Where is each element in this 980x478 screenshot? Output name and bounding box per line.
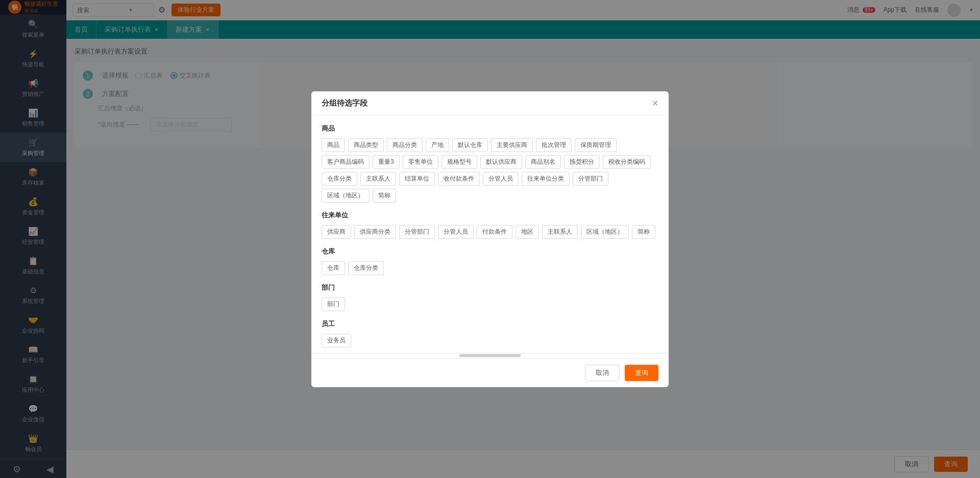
staff-tags: 业务员 bbox=[322, 334, 658, 347]
field-select-modal: 分组待选字段 ✕ 商品 商品 商品类型 商品分类 产地 默认仓库 主要供应商 批… bbox=[311, 91, 669, 387]
tag-main-contact[interactable]: 主联系人 bbox=[360, 172, 396, 186]
tag-product-category[interactable]: 商品分类 bbox=[387, 138, 423, 152]
confirm-button[interactable]: 查询 bbox=[625, 365, 658, 381]
tag-pick-points[interactable]: 拣货积分 bbox=[564, 155, 600, 169]
tag-shelf-life[interactable]: 保质期管理 bbox=[575, 138, 617, 152]
dept-tags: 部门 bbox=[322, 297, 658, 311]
tag-person-partner[interactable]: 分管人员 bbox=[438, 225, 474, 239]
partner-tags: 供应商 供应商分类 分管部门 分管人员 付款条件 地区 主联系人 区域（地区） … bbox=[322, 225, 658, 239]
tag-dept-mgmt[interactable]: 分管部门 bbox=[573, 172, 608, 186]
tag-main-supplier[interactable]: 主要供应商 bbox=[491, 138, 533, 152]
tag-supplier-category[interactable]: 供应商分类 bbox=[354, 225, 396, 239]
section-title-staff: 员工 bbox=[322, 319, 658, 329]
tag-warehouse[interactable]: 仓库 bbox=[322, 261, 345, 275]
tag-payment-terms[interactable]: 收付款条件 bbox=[438, 172, 480, 186]
warehouse-tags: 仓库 仓库分类 bbox=[322, 261, 658, 275]
tag-supplier[interactable]: 供应商 bbox=[322, 225, 351, 239]
tag-retail-unit[interactable]: 零售单位 bbox=[403, 155, 438, 169]
tag-main-contact-partner[interactable]: 主联系人 bbox=[542, 225, 578, 239]
tag-region-partner[interactable]: 区域（地区） bbox=[581, 225, 629, 239]
section-title-dept: 部门 bbox=[322, 283, 658, 292]
tag-origin[interactable]: 产地 bbox=[426, 138, 449, 152]
product-tags: 商品 商品类型 商品分类 产地 默认仓库 主要供应商 批次管理 保质期管理 客户… bbox=[322, 138, 658, 203]
tag-short-name[interactable]: 简称 bbox=[373, 189, 396, 203]
section-title-warehouse: 仓库 bbox=[322, 247, 658, 256]
tag-region[interactable]: 区域（地区） bbox=[322, 189, 370, 203]
tag-customer-code[interactable]: 客户商品编码 bbox=[322, 155, 370, 169]
hscroll-thumb[interactable] bbox=[459, 354, 521, 357]
modal-hscroll[interactable] bbox=[311, 353, 669, 358]
tag-partner-category[interactable]: 往来单位分类 bbox=[522, 172, 570, 186]
tag-salesperson[interactable]: 业务员 bbox=[322, 334, 351, 347]
modal-close-btn[interactable]: ✕ bbox=[652, 98, 658, 108]
tag-supervisor[interactable]: 分管人员 bbox=[483, 172, 519, 186]
cancel-button[interactable]: 取消 bbox=[585, 365, 620, 381]
tag-default-supplier[interactable]: 默认供应商 bbox=[480, 155, 522, 169]
tag-dept[interactable]: 部门 bbox=[322, 297, 345, 311]
tag-dept-partner[interactable]: 分管部门 bbox=[399, 225, 435, 239]
tag-weight3[interactable]: 重量3 bbox=[373, 155, 400, 169]
section-title-product: 商品 bbox=[322, 124, 658, 133]
tag-product-type[interactable]: 商品类型 bbox=[348, 138, 384, 152]
modal-overlay: 分组待选字段 ✕ 商品 商品 商品类型 商品分类 产地 默认仓库 主要供应商 批… bbox=[0, 0, 980, 478]
section-title-partner: 往来单位 bbox=[322, 211, 658, 220]
tag-short-name-partner[interactable]: 简称 bbox=[632, 225, 655, 239]
tag-product[interactable]: 商品 bbox=[322, 138, 345, 152]
tag-settlement-unit[interactable]: 结算单位 bbox=[399, 172, 435, 186]
modal-body[interactable]: 商品 商品 商品类型 商品分类 产地 默认仓库 主要供应商 批次管理 保质期管理… bbox=[311, 116, 669, 353]
modal-header: 分组待选字段 ✕ bbox=[311, 91, 669, 116]
tag-tax-code[interactable]: 税收分类编码 bbox=[603, 155, 651, 169]
tag-payment-cond[interactable]: 付款条件 bbox=[477, 225, 512, 239]
tag-warehouse-cat[interactable]: 仓库分类 bbox=[348, 261, 384, 275]
modal-title: 分组待选字段 bbox=[322, 98, 368, 108]
tag-default-warehouse[interactable]: 默认仓库 bbox=[452, 138, 488, 152]
tag-area[interactable]: 地区 bbox=[516, 225, 539, 239]
tag-warehouse-category[interactable]: 仓库分类 bbox=[322, 172, 357, 186]
modal-footer: 取消 查询 bbox=[311, 358, 669, 387]
tag-batch-mgmt[interactable]: 批次管理 bbox=[536, 138, 572, 152]
tag-product-alias[interactable]: 商品别名 bbox=[525, 155, 561, 169]
tag-spec-model[interactable]: 规格型号 bbox=[442, 155, 477, 169]
